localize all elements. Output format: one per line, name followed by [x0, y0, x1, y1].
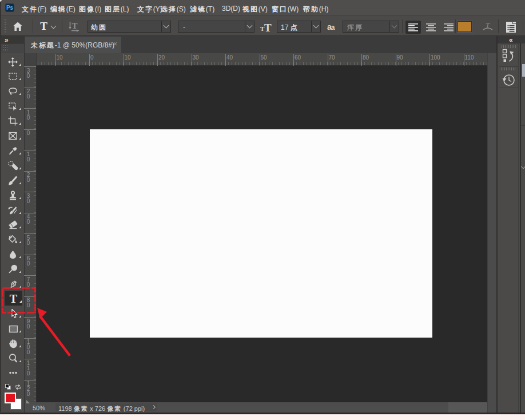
svg-text:T: T: [264, 22, 272, 32]
svg-text:T: T: [486, 21, 490, 29]
svg-text:T: T: [72, 21, 78, 30]
